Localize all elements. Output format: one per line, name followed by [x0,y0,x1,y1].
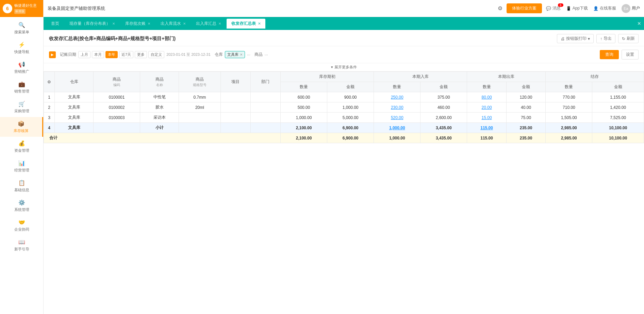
trial-button[interactable]: 体验行业方案 [507,3,542,13]
th-group-opening: 库存期初 [281,72,374,82]
subtotal-in-qty[interactable]: 1,000.00 [374,123,420,133]
date-label: 记账日期 [60,52,76,57]
th-dept: 部门 [250,72,280,92]
tab-stock-dist[interactable]: 现存量（库存分布表） ✕ [65,19,120,29]
row-balance-qty: 770.00 [546,92,592,102]
sidebar-label-search: 搜索菜单 [14,30,29,35]
tab-inout-summary-label: 出入库汇总 [196,21,216,27]
th-in-qty: 数量 [374,82,420,92]
date-btn-7days[interactable]: 近7天 [119,51,133,58]
row-out-qty[interactable]: 20.00 [467,102,507,113]
th-out-amt: 金额 [506,82,546,92]
print-button[interactable]: 🖨 按钮版打印 ▾ [557,34,594,43]
operation-icon: 📊 [18,160,25,166]
sidebar-label-sales: 销售管理 [14,89,29,94]
tabbar-close-all[interactable]: ✕ [637,21,641,26]
date-btn-this-month[interactable]: 本月 [92,51,104,58]
sidebar-item-purchase[interactable]: 🛒 采购管理 [0,97,43,117]
message-action[interactable]: 💬 消息 6 [546,5,561,11]
sidebar-item-guide[interactable]: 📖 新手引导 [0,235,43,255]
sidebar-item-operation[interactable]: 📊 经营管理 [0,156,43,176]
refresh-button[interactable]: ↻ 刷新 [618,34,639,43]
sidebar-label-operation: 经营管理 [14,168,29,173]
message-badge: 6 [558,3,563,7]
service-label: 在线客服 [600,5,616,11]
row-out-qty[interactable]: 15.00 [467,113,507,123]
row-balance-qty: 1,505.00 [546,113,592,123]
table-row: 2 文具库 0100002 胶水 20ml 500.00 1,000.00 23… [44,102,644,113]
row-name: 采访本 [140,113,179,123]
row-in-qty[interactable]: 520.00 [374,113,420,123]
inventory-icon: 📦 [18,120,24,127]
goods-more[interactable]: ··· [265,52,268,57]
filter-goods-section: 商品 ··· [254,52,268,57]
sidebar-menu: 🔍 搜索菜单 ⚡ 快捷导航 📢 营销推广 💼 销售管理 🛒 采购管理 📦 库存核… [0,17,43,314]
subtotal-out-qty[interactable]: 115.00 [467,123,507,133]
row-dept [250,102,280,113]
settings-icon[interactable]: ⚙ [498,5,502,12]
row-out-amt: 40.00 [506,102,546,113]
sidebar-item-collab[interactable]: 🤝 企业协同 [0,216,43,235]
tab-batch-close[interactable]: ✕ [148,22,150,26]
user-menu[interactable]: Ea 用户 [622,4,640,13]
warehouse-tag-close[interactable]: ✕ [240,53,243,56]
filter-setting-button[interactable]: 设置 [622,50,639,60]
query-button[interactable]: 查询 [600,50,619,59]
subtotal-code [94,123,140,133]
tab-stock-summary-close[interactable]: ✕ [258,22,261,26]
row-in-qty[interactable]: 230.00 [374,102,420,113]
system-icon: ⚙️ [18,199,25,206]
warehouse-more[interactable]: ··· [247,52,250,57]
export-button[interactable]: ↑ 导出 [596,34,615,43]
expand-button[interactable]: ▾ 展开更多条件 [331,65,357,70]
date-btn-custom[interactable]: 自定义 [148,51,164,58]
th-out-qty: 数量 [467,82,507,92]
sidebar-item-finance[interactable]: 💰 资金管理 [0,137,43,156]
tab-stock-dist-close[interactable]: ✕ [112,22,115,26]
row-in-qty[interactable]: 250.00 [374,92,420,102]
row-no: 3 [44,113,55,123]
row-no: 2 [44,102,55,113]
sidebar-label-collab: 企业协同 [14,227,29,232]
subtotal-opening-qty: 2,100.00 [281,123,327,133]
subtotal-in-amt: 3,435.00 [420,123,467,133]
tab-batch[interactable]: 库存批次账 ✕ [120,19,155,29]
tab-home[interactable]: 首页 [46,19,64,29]
print-icon: 🖨 [561,36,565,41]
th-settings[interactable]: ⚙ [44,72,55,92]
tab-stock-summary[interactable]: 收发存汇总表 ✕ [227,19,265,29]
online-service-action[interactable]: 👤 在线客服 [593,5,616,11]
date-btn-more[interactable]: 更多 [135,51,147,58]
sidebar-item-system[interactable]: ⚙️ 系统管理 [0,196,43,216]
sidebar-item-search[interactable]: 🔍 搜索菜单 [0,18,43,38]
footer-out-amt: 235.00 [506,133,546,143]
th-group-in: 本期入库 [374,72,467,82]
tab-batch-label: 库存批次账 [125,21,146,27]
footer-in-qty: 1,000.00 [374,133,420,143]
filter-date-group: 记账日期 上月 本月 本年 近7天 更多 自定义 2023-01-01 至 20… [60,51,211,58]
sidebar-item-quicknav[interactable]: ⚡ 快捷导航 [0,38,43,58]
tab-inout-flow-close[interactable]: ✕ [183,22,186,26]
filter-toggle[interactable]: ▶ [49,51,56,58]
date-btn-last-month[interactable]: 上月 [78,51,90,58]
sidebar-item-basic[interactable]: 📋 基础信息 [0,176,43,196]
goods-label: 商品 [254,52,263,57]
app-download-action[interactable]: 📱 App下载 [566,5,588,11]
tab-inout-flow[interactable]: 出入库流水 ✕ [156,19,191,29]
subtotal-out-amt: 235.00 [506,123,546,133]
sidebar-item-marketing[interactable]: 📢 营销推广 [0,58,43,78]
row-out-qty[interactable]: 80.00 [467,92,507,102]
tab-inout-summary-close[interactable]: ✕ [218,22,221,26]
tab-inout-summary[interactable]: 出入库汇总 ✕ [191,19,226,29]
sidebar-item-inventory[interactable]: 📦 库存核算 [0,117,43,137]
th-name: 商品名称 [140,72,179,92]
tab-home-label: 首页 [51,21,59,27]
th-group-out: 本期出库 [467,72,546,82]
search-icon: 🔍 [18,22,25,28]
row-balance-amt: 1,420.00 [592,102,644,113]
date-btn-this-year[interactable]: 本年 [105,51,118,58]
filter-expand: ▾ 展开更多条件 [44,63,644,71]
main-content: 装备及固定资产辅助管理系统 ⚙ 体验行业方案 💬 消息 6 📱 App下载 👤 … [44,0,644,314]
sidebar-item-sales[interactable]: 💼 销售管理 [0,78,43,97]
refresh-icon: ↻ [622,36,625,41]
